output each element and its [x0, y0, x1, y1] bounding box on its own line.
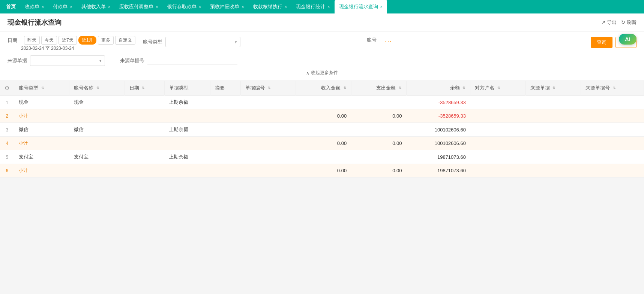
source-doc-filter: 来源单据 ▾: [8, 55, 105, 66]
date-btn-1month[interactable]: 近1月: [78, 36, 97, 45]
row-income: 0.00: [296, 164, 351, 178]
source-doc-select[interactable]: ▾: [30, 55, 105, 66]
row-income: [296, 150, 351, 164]
column-settings[interactable]: ⚙: [0, 81, 14, 96]
close-icon-active[interactable]: ×: [380, 4, 383, 9]
nav-item-cash-bank-flow[interactable]: 现金银行流水查询 ×: [335, 0, 387, 13]
sort-icon[interactable]: ⇅: [268, 87, 271, 90]
account-type-filter: 账号类型 ▾: [143, 37, 359, 47]
date-filter-group: 日期 昨天 今天 近7天 近1月 更多 自定义 2023-02-24 至 202…: [8, 36, 135, 52]
row-num: 5: [0, 150, 14, 164]
sort-icon[interactable]: ⇅: [41, 87, 44, 90]
sort-icon[interactable]: ⇅: [344, 87, 347, 90]
table-body: 1 现金 现金 上期余额 -3528659.33 2 小计 0.00 0.00 …: [0, 96, 644, 178]
sort-icon[interactable]: ⇅: [497, 87, 500, 90]
refresh-button[interactable]: ↻ 刷新: [621, 19, 636, 26]
date-quick-buttons: 昨天 今天 近7天 近1月 更多 自定义: [24, 36, 135, 45]
row-num: 2: [0, 109, 14, 123]
row-account-type: 微信: [14, 123, 69, 137]
row-num: 1: [0, 96, 14, 109]
ai-badge[interactable]: Ai: [619, 34, 636, 45]
date-btn-7days[interactable]: 近7天: [59, 36, 77, 45]
row-date: [125, 96, 164, 109]
sort-icon[interactable]: ⇅: [613, 87, 616, 90]
row-counterpart: [470, 109, 525, 123]
sort-icon[interactable]: ⇅: [399, 87, 402, 90]
column-counterpart: 对方户名 ⇅: [470, 81, 525, 96]
nav-item-other-income[interactable]: 其他收入单 ×: [77, 0, 115, 13]
close-icon[interactable]: ×: [42, 4, 44, 9]
row-account-type: 现金: [14, 96, 69, 109]
row-account-name: [69, 137, 125, 150]
table-row: 4 小计 0.00 0.00 100102606.60: [0, 137, 644, 150]
nav-item-ar-ap-adjust[interactable]: 应收应付调整单 ×: [115, 0, 162, 13]
date-btn-more[interactable]: 更多: [98, 36, 114, 45]
row-income: [296, 96, 351, 109]
row-balance: 100102606.60: [406, 137, 470, 150]
source-doc-no-input[interactable]: [147, 57, 237, 64]
source-doc-label: 来源单据: [8, 57, 27, 64]
table-row: 6 小计 0.00 0.00 19871073.60: [0, 164, 644, 178]
row-counterpart: [470, 164, 525, 178]
row-account-name: 微信: [69, 123, 125, 137]
column-balance: 余额 ⇅: [406, 81, 470, 96]
row-balance: -3528659.33: [406, 96, 470, 109]
sort-icon[interactable]: ⇅: [96, 87, 99, 90]
row-expense: [351, 96, 406, 109]
collapse-button[interactable]: ∧ 收起更多条件: [306, 70, 338, 76]
close-icon[interactable]: ×: [327, 4, 330, 9]
row-account-type: 支付宝: [14, 150, 69, 164]
row-source-doc-no: [581, 109, 644, 123]
date-btn-yesterday[interactable]: 昨天: [24, 36, 40, 45]
close-icon[interactable]: ×: [156, 4, 158, 9]
column-source-doc: 来源单据 ⇅: [525, 81, 581, 96]
close-icon[interactable]: ×: [108, 4, 110, 9]
row-doc-type: [164, 137, 210, 150]
nav-item-payment[interactable]: 付款单 ×: [48, 0, 77, 13]
row-doc-no: [241, 137, 296, 150]
sort-icon[interactable]: ⇅: [552, 87, 555, 90]
row-summary: [210, 96, 240, 109]
row-account-type: 小计: [14, 109, 69, 123]
account-dots-button[interactable]: ...: [385, 37, 392, 43]
sort-icon[interactable]: ⇅: [462, 87, 465, 90]
export-button[interactable]: ↗ 导出: [601, 19, 617, 26]
nav-item-home[interactable]: 首页: [2, 0, 20, 13]
row-source-doc: [525, 150, 581, 164]
nav-item-bank-deposit[interactable]: 银行存取款单 ×: [163, 0, 206, 13]
table-row: 2 小计 0.00 0.00 -3528659.33: [0, 109, 644, 123]
row-balance: 19871073.60: [406, 150, 470, 164]
close-icon[interactable]: ×: [242, 4, 244, 9]
date-btn-custom[interactable]: 自定义: [115, 36, 135, 45]
close-icon[interactable]: ×: [199, 4, 201, 9]
row-income: 0.00: [296, 137, 351, 150]
source-doc-no-filter: 来源单据号: [120, 57, 237, 64]
row-summary: [210, 137, 240, 150]
column-doc-no: 单据编号 ⇅: [241, 81, 296, 96]
account-type-select[interactable]: ▾: [165, 37, 240, 47]
collapse-row: ∧ 收起更多条件: [8, 70, 636, 76]
nav-item-write-off[interactable]: 收款核销执行 ×: [249, 0, 291, 13]
nav-item-prepay-offset[interactable]: 预收冲应收单 ×: [206, 0, 248, 13]
chevron-down-icon: ▾: [99, 58, 102, 63]
sort-icon[interactable]: ⇅: [142, 87, 145, 90]
close-icon[interactable]: ×: [70, 4, 72, 9]
table-row: 1 现金 现金 上期余额 -3528659.33: [0, 96, 644, 109]
nav-item-receipt[interactable]: 收款单 ×: [20, 0, 48, 13]
row-doc-type: 上期余额: [164, 150, 210, 164]
row-expense: 0.00: [351, 164, 406, 178]
column-date: 日期 ⇅: [125, 81, 164, 96]
column-source-doc-no: 来源单据号 ⇅: [581, 81, 644, 96]
row-doc-type: 上期余额: [164, 123, 210, 137]
gear-icon[interactable]: ⚙: [5, 85, 9, 91]
nav-item-cash-bank-stat[interactable]: 现金银行统计 ×: [291, 0, 334, 13]
row-expense: [351, 123, 406, 137]
row-source-doc-no: [581, 96, 644, 109]
row-account-type: 小计: [14, 137, 69, 150]
row-summary: [210, 109, 240, 123]
row-income: 0.00: [296, 109, 351, 123]
account-label: 账号: [367, 37, 382, 43]
close-icon[interactable]: ×: [285, 4, 287, 9]
date-btn-today[interactable]: 今天: [41, 36, 57, 45]
query-button[interactable]: 查询: [591, 37, 612, 48]
